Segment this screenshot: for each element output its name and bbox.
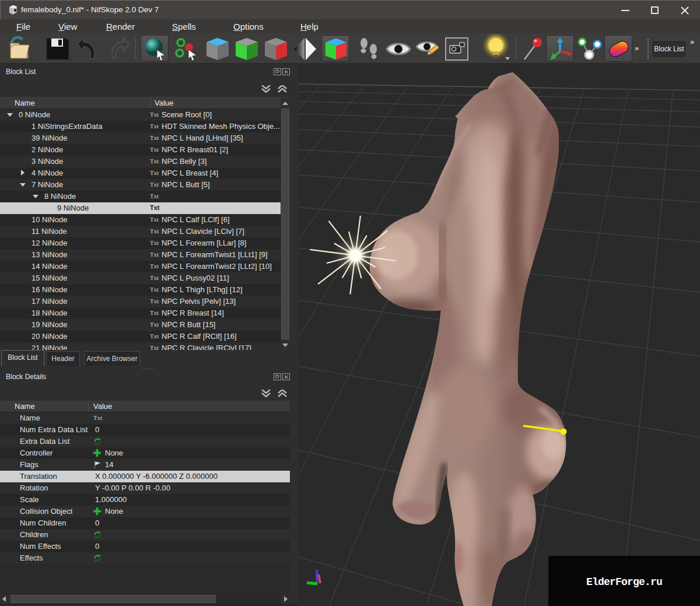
svg-text:ElderForge.ru: ElderForge.ru: [586, 576, 662, 588]
